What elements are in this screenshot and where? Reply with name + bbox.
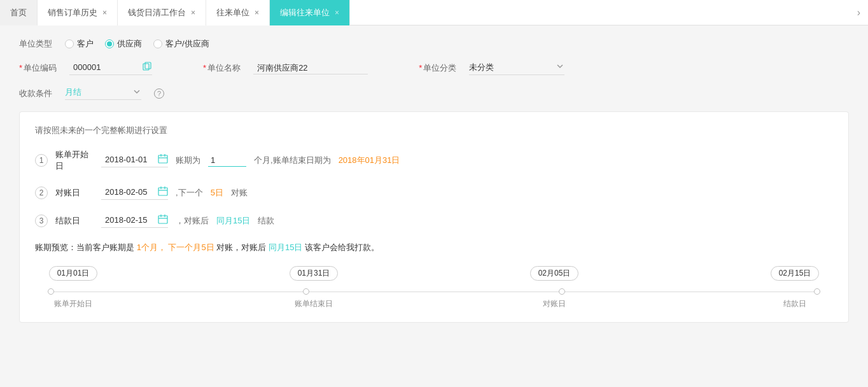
- tab-sales-order-close[interactable]: ×: [102, 8, 107, 17]
- unit-type-radio-group: 客户 供应商 客户/供应商: [65, 38, 209, 50]
- period-1-prefix: 账期为: [176, 155, 200, 166]
- tl-sub-4: 结款日: [783, 299, 806, 309]
- unit-info-row: *单位编码 *单位名称 *单位分类 未分类: [19, 61, 849, 75]
- required-star-name: *: [203, 63, 206, 73]
- tl-line-3: [565, 292, 814, 292]
- unit-classify-arrow: [556, 62, 564, 73]
- unit-name-input[interactable]: [253, 62, 368, 74]
- period-date-3-calendar-icon[interactable]: [158, 214, 168, 226]
- tab-edit-partner[interactable]: 编辑往来单位 ×: [270, 0, 350, 25]
- required-star-code: *: [19, 63, 22, 73]
- tl-node-1: 01月01日: [48, 266, 99, 286]
- svg-rect-6: [158, 188, 167, 195]
- period-num-2: 2: [35, 186, 48, 199]
- period-2-hint2: 对账: [231, 187, 248, 199]
- preview-prefix: 账期预览：当前客户账期是: [35, 243, 134, 252]
- period-date-1-input[interactable]: [101, 153, 155, 165]
- period-date-2-input-wrap: [101, 186, 168, 200]
- help-question-mark: ?: [157, 90, 161, 97]
- period-2-hint1: ,下一个: [176, 187, 203, 199]
- period-end-date: 2018年01月31日: [339, 155, 400, 166]
- timeline-sublabels-row: 账单开始日 账单结束日 对账日 结款日: [48, 299, 820, 309]
- tl-sublabel-2: 账单结束日: [288, 299, 339, 309]
- tab-cash-ledger-close[interactable]: ×: [191, 8, 195, 17]
- tab-sales-order-label: 销售订单历史: [48, 7, 97, 18]
- period-3-hint1: ，对账后: [176, 215, 209, 227]
- timeline-line-row: [48, 288, 820, 295]
- period-num-3: 3: [35, 215, 48, 227]
- page-content: 单位类型 客户 供应商 客户/供应商 *单位编码: [0, 25, 868, 387]
- period-label-3: 结款日: [55, 215, 94, 227]
- period-row-2: 2 对账日 ,下一个 5日 对账: [35, 186, 833, 200]
- tl-line-2: [309, 292, 558, 292]
- payment-terms-row: 收款条件 月结 ?: [19, 87, 849, 100]
- preview-p3: 对账，对账后: [216, 243, 266, 252]
- tl-sub-2: 账单结束日: [295, 299, 333, 309]
- period-date-1-calendar-icon[interactable]: [158, 153, 168, 165]
- tl-tag-3: 02月05日: [530, 266, 579, 281]
- preview-p1: 1个月，: [137, 243, 166, 252]
- payment-terms-select[interactable]: 月结: [65, 87, 141, 100]
- tab-cash-ledger[interactable]: 钱货日清工作台 ×: [118, 0, 206, 25]
- period-months-input[interactable]: [208, 154, 246, 167]
- period-label-1: 账单开始日: [55, 149, 94, 172]
- tabs-expand-icon[interactable]: ›: [850, 7, 868, 18]
- tl-node-2: 01月31日: [288, 266, 339, 286]
- tl-sublabel-3: 对账日: [529, 299, 580, 309]
- payment-terms-value: 月结: [65, 87, 130, 98]
- svg-rect-2: [158, 155, 167, 163]
- period-row-1: 1 账单开始日 账期为 个月,账单结束日期为 2018年01月31日: [35, 149, 833, 172]
- tl-sub-3: 对账日: [543, 299, 566, 309]
- card-instruction: 请按照未来的一个完整帐期进行设置: [35, 125, 833, 136]
- preview-p2: 下一个月5日: [168, 243, 214, 252]
- unit-classify-select[interactable]: 未分类: [469, 62, 564, 75]
- unit-code-input[interactable]: [69, 61, 139, 73]
- preview-p5: 该客户会给我打款。: [305, 243, 379, 252]
- tl-dot-0: [48, 288, 54, 295]
- radio-supplier-label: 供应商: [117, 38, 142, 50]
- period-1-suffix: 个月,账单结束日期为: [254, 155, 331, 166]
- tl-sublabel-4: 结款日: [769, 299, 820, 309]
- tl-sub-1: 账单开始日: [54, 299, 92, 309]
- period-label-2: 对账日: [55, 187, 94, 199]
- period-date-2-calendar-icon[interactable]: [158, 186, 168, 198]
- period-3-highlight: 同月15日: [216, 215, 250, 227]
- timeline-area: 01月01日 01月31日 02月05日 02月15日: [35, 266, 833, 309]
- tab-home-label: 首页: [10, 7, 27, 18]
- period-settings-card: 请按照未来的一个完整帐期进行设置 1 账单开始日 账期为 个月,账单结束日期为 …: [19, 111, 849, 323]
- timeline-tags-row: 01月01日 01月31日 02月05日 02月15日: [48, 266, 820, 288]
- payment-terms-arrow: [132, 87, 141, 98]
- tab-edit-partner-close[interactable]: ×: [335, 8, 339, 17]
- tab-edit-partner-label: 编辑往来单位: [280, 7, 330, 18]
- period-2-highlight: 5日: [211, 187, 223, 199]
- radio-supplier[interactable]: 供应商: [105, 38, 142, 50]
- radio-both[interactable]: 客户/供应商: [153, 38, 209, 50]
- tab-home[interactable]: 首页: [0, 0, 38, 25]
- period-date-1-input-wrap: [101, 153, 168, 167]
- tab-sales-order[interactable]: 销售订单历史 ×: [38, 0, 118, 25]
- period-row-3: 3 结款日 ，对账后 同月15日 结款: [35, 214, 833, 228]
- tab-cash-ledger-label: 钱货日清工作台: [128, 7, 186, 18]
- period-date-3-input[interactable]: [101, 214, 155, 226]
- tl-node-3: 02月05日: [529, 266, 580, 286]
- radio-customer-label: 客户: [77, 38, 94, 50]
- tl-tag-2: 01月31日: [290, 266, 339, 281]
- radio-customer[interactable]: 客户: [65, 38, 94, 50]
- unit-classify-label: *单位分类: [419, 62, 456, 74]
- tl-tag-4: 02月15日: [771, 266, 820, 281]
- radio-supplier-circle: [105, 39, 114, 48]
- tabs-bar: 首页 销售订单历史 × 钱货日清工作台 × 往来单位 × 编辑往来单位 × ›: [0, 0, 868, 25]
- required-star-classify: *: [419, 63, 422, 73]
- radio-both-circle: [153, 39, 162, 48]
- tl-dot-2: [559, 288, 565, 295]
- unit-code-input-wrap: [69, 61, 152, 75]
- period-date-2-input[interactable]: [101, 186, 155, 198]
- unit-code-copy-icon[interactable]: [142, 61, 152, 73]
- payment-terms-help-icon[interactable]: ?: [154, 88, 164, 99]
- tl-sublabel-1: 账单开始日: [48, 299, 99, 309]
- tab-partner-unit[interactable]: 往来单位 ×: [206, 0, 270, 25]
- period-date-3-input-wrap: [101, 214, 168, 228]
- tab-partner-close[interactable]: ×: [255, 8, 259, 17]
- payment-terms-label: 收款条件: [19, 88, 52, 99]
- tl-line-1: [54, 292, 303, 292]
